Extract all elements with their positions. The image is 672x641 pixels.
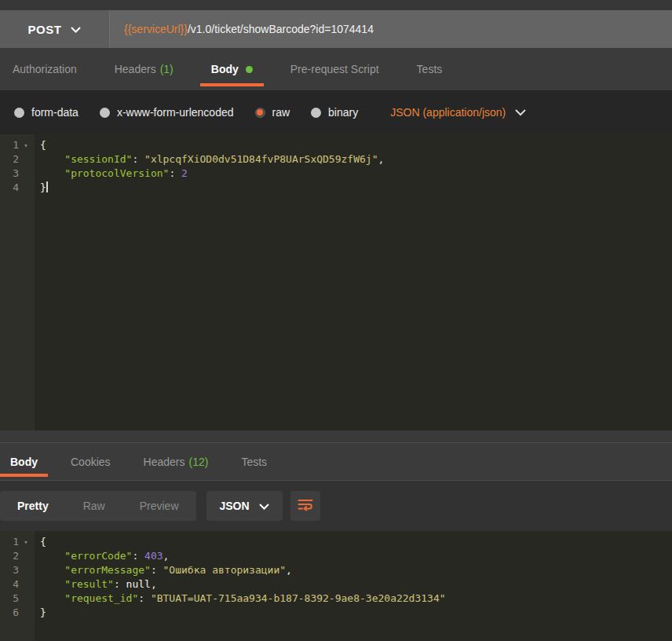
body-type-row: form-data x-www-form-urlencoded raw bina… [0, 90, 672, 134]
request-body-editor[interactable]: 1▾{2 "sessionId": "xlpcqfXiOD0dv51D84fvP… [0, 134, 672, 430]
radio-icon [14, 108, 24, 118]
radio-label: raw [272, 106, 290, 119]
format-label: JSON [220, 500, 250, 512]
response-tabs: Body Cookies Headers (12) Tests [0, 443, 672, 481]
view-mode-group: Pretty Raw Preview [0, 491, 196, 521]
tab-label: Cookies [71, 456, 111, 468]
content-type-label: JSON (application/json) [390, 106, 506, 119]
tab-label: Body [211, 63, 239, 75]
word-wrap-button[interactable] [290, 491, 320, 521]
radio-raw[interactable]: raw [255, 106, 290, 119]
radio-form-data[interactable]: form-data [14, 106, 79, 119]
word-wrap-icon [297, 496, 314, 516]
code-line: 2 "sessionId": "xlpcqfXiOD0dv51D84fvP8UA… [0, 152, 672, 167]
fold-gutter [19, 152, 33, 167]
mode-raw-button[interactable]: Raw [66, 491, 122, 521]
tab-authorization[interactable]: Authorization [2, 48, 88, 90]
fold-gutter [19, 549, 33, 563]
chevron-down-icon [515, 105, 526, 119]
url-path: /v1.0/ticket/showBarcode?id=1074414 [188, 23, 374, 35]
code-line: 1▾{ [0, 535, 672, 549]
tab-label: Authorization [13, 63, 77, 75]
tab-pre-request-script[interactable]: Pre-request Script [279, 48, 390, 90]
line-number: 6 [0, 606, 19, 620]
fold-arrow-icon[interactable]: ▾ [19, 138, 33, 152]
fold-gutter [19, 167, 33, 181]
radio-x-www-form-urlencoded[interactable]: x-www-form-urlencoded [100, 106, 234, 119]
tab-body[interactable]: Body [200, 48, 264, 90]
line-number: 1 [0, 535, 19, 549]
chevron-down-icon [71, 22, 81, 36]
fold-gutter [19, 592, 33, 606]
tab-count: (12) [189, 456, 209, 468]
code-line: 3 "protocolVersion": 2 [0, 167, 672, 181]
code-line: 1▾{ [0, 138, 672, 152]
response-tab-tests[interactable]: Tests [231, 443, 277, 480]
radio-binary[interactable]: binary [311, 106, 358, 119]
tab-label: Headers [144, 456, 185, 468]
response-body-editor[interactable]: 1▾{2 "errorCode": 403,3 "errorMessage": … [0, 531, 672, 641]
pane-resize-handle[interactable] [0, 430, 672, 443]
method-select[interactable]: POST [0, 10, 110, 48]
line-number: 5 [0, 592, 19, 606]
url-input[interactable]: {{serviceUrl}}/v1.0/ticket/showBarcode?i… [110, 10, 672, 48]
line-number: 4 [0, 181, 19, 195]
radio-selected-icon [255, 108, 265, 118]
top-strip [0, 0, 672, 10]
tab-label: Body [10, 456, 38, 468]
radio-label: binary [328, 106, 358, 119]
mode-pretty-button[interactable]: Pretty [0, 491, 66, 521]
response-tab-cookies[interactable]: Cookies [60, 443, 121, 480]
request-url-bar: POST {{serviceUrl}}/v1.0/ticket/showBarc… [0, 10, 672, 48]
fold-gutter [19, 563, 33, 577]
request-tabs: Authorization Headers (1) Body Pre-reque… [0, 48, 672, 90]
radio-icon [100, 108, 110, 118]
radio-label: form-data [31, 106, 79, 119]
line-number: 4 [0, 577, 19, 592]
code-line: 4} [0, 181, 672, 195]
code-line: 6} [0, 606, 672, 620]
postman-window: POST {{serviceUrl}}/v1.0/ticket/showBarc… [0, 0, 672, 641]
line-number: 3 [0, 167, 19, 181]
tab-label: Headers [115, 63, 156, 75]
response-tab-headers[interactable]: Headers (12) [133, 443, 219, 480]
content-type-select[interactable]: JSON (application/json) [390, 105, 526, 119]
line-number: 2 [0, 152, 19, 167]
radio-icon [311, 108, 321, 118]
format-select[interactable]: JSON [206, 491, 283, 521]
fold-gutter [19, 577, 33, 592]
code-line: 3 "errorMessage": "Ошибка авторизации", [0, 563, 672, 577]
tab-label: Tests [241, 456, 267, 468]
body-filled-dot-icon [246, 66, 253, 73]
fold-arrow-icon[interactable]: ▾ [19, 535, 33, 549]
tab-headers[interactable]: Headers (1) [104, 48, 184, 90]
code-line: 4 "result": null, [0, 577, 672, 592]
response-tab-body[interactable]: Body [0, 443, 48, 480]
mode-preview-button[interactable]: Preview [122, 491, 196, 521]
code-line: 2 "errorCode": 403, [0, 549, 672, 563]
fold-gutter [19, 181, 33, 195]
response-toolbar: Pretty Raw Preview JSON [0, 481, 672, 531]
line-number: 3 [0, 563, 19, 577]
line-number: 1 [0, 138, 19, 152]
chevron-down-icon [259, 500, 269, 512]
url-variable: {{serviceUrl}} [124, 23, 188, 35]
fold-gutter [19, 606, 33, 620]
text-cursor [46, 181, 48, 192]
radio-label: x-www-form-urlencoded [117, 106, 234, 119]
code-line: 5 "request_id": "BTUAT=UAT-715aa934-b187… [0, 592, 672, 606]
tab-label: Pre-request Script [290, 63, 379, 75]
tab-count: (1) [160, 63, 173, 75]
method-label: POST [28, 23, 62, 36]
tab-tests[interactable]: Tests [406, 48, 454, 90]
line-number: 2 [0, 549, 19, 563]
tab-label: Tests [417, 63, 443, 75]
